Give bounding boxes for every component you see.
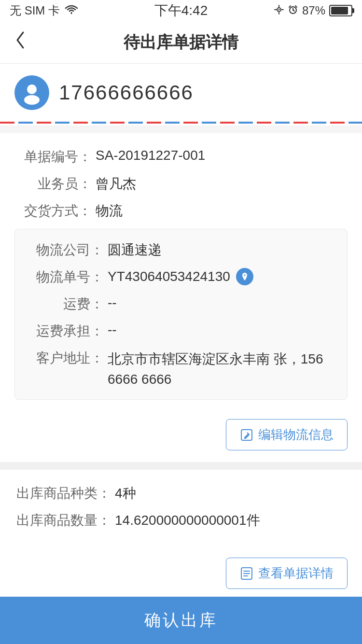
avatar xyxy=(14,75,49,110)
view-detail-label: 查看单据详情 xyxy=(258,565,334,582)
address-value: 北京市市辖区海淀区永丰南 张，156 6666 6666 xyxy=(104,349,335,390)
wifi-icon xyxy=(65,4,78,17)
salesperson-value: 曾凡杰 xyxy=(92,175,348,193)
freight-row: 运费： -- xyxy=(27,295,335,313)
page-title: 待出库单据详情 xyxy=(124,31,238,54)
edit-btn-row: 编辑物流信息 xyxy=(0,409,362,462)
address-label: 客户地址： xyxy=(27,349,104,367)
svg-point-1 xyxy=(278,9,279,11)
battery-percentage: 87% xyxy=(302,4,325,17)
track-location-button[interactable] xyxy=(236,268,253,285)
freight-label: 运费： xyxy=(27,295,104,313)
section-divider xyxy=(0,462,362,470)
view-detail-button[interactable]: 查看单据详情 xyxy=(226,558,348,589)
status-left: 无 SIM 卡 xyxy=(10,3,78,18)
page-content: 17666666666 单据编号： SA-20191227-001 业务员： 曾… xyxy=(0,64,362,644)
goods-quantity-label: 出库商品数量： xyxy=(14,511,111,530)
delivery-value: 物流 xyxy=(92,202,348,220)
battery-icon xyxy=(329,5,352,16)
goods-types-value: 4种 xyxy=(111,484,136,503)
logistics-card: 物流公司： 圆通速递 物流单号： YT43064053424130 运费： -- xyxy=(14,229,348,400)
svg-point-3 xyxy=(27,84,37,94)
logistics-tracking-row: 物流单号： YT43064053424130 xyxy=(27,268,335,286)
confirm-btn-text: 确认出库 xyxy=(144,611,218,629)
user-phone: 17666666666 xyxy=(59,81,194,104)
logistics-company-row: 物流公司： 圆通速递 xyxy=(27,241,335,259)
goods-section: 出库商品种类： 4种 出库商品数量： 14.620000000000001件 xyxy=(0,470,362,548)
status-bar: 无 SIM 卡 下午4:42 87 xyxy=(0,0,362,21)
status-right: 87% xyxy=(274,4,352,17)
freight-bearer-label: 运费承担： xyxy=(27,322,104,340)
goods-types-label: 出库商品种类： xyxy=(14,484,111,503)
status-time: 下午4:42 xyxy=(154,1,208,20)
carrier-text: 无 SIM 卡 xyxy=(10,3,60,18)
back-button[interactable] xyxy=(14,30,26,54)
dashed-divider xyxy=(0,122,362,126)
nav-bar: 待出库单据详情 xyxy=(0,21,362,64)
alarm-icon xyxy=(288,4,298,17)
tracking-number: YT43064053424130 xyxy=(108,269,230,284)
document-info-section: 单据编号： SA-20191227-001 业务员： 曾凡杰 交货方式： 物流 … xyxy=(0,133,362,409)
address-row: 客户地址： 北京市市辖区海淀区永丰南 张，156 6666 6666 xyxy=(27,349,335,390)
logistics-tracking-label: 物流单号： xyxy=(27,268,104,286)
document-number-label: 单据编号： xyxy=(14,148,92,166)
freight-bearer-value: -- xyxy=(104,322,335,337)
logistics-company-label: 物流公司： xyxy=(27,241,104,259)
edit-logistics-button[interactable]: 编辑物流信息 xyxy=(226,419,348,450)
document-number-row: 单据编号： SA-20191227-001 xyxy=(14,148,348,166)
battery-fill xyxy=(331,7,348,14)
salesperson-row: 业务员： 曾凡杰 xyxy=(14,175,348,193)
user-header: 17666666666 xyxy=(0,64,362,122)
delivery-row: 交货方式： 物流 xyxy=(14,202,348,220)
salesperson-label: 业务员： xyxy=(14,175,92,193)
freight-bearer-row: 运费承担： -- xyxy=(27,322,335,340)
edit-logistics-label: 编辑物流信息 xyxy=(258,426,334,443)
freight-value: -- xyxy=(104,295,335,310)
location-service-icon xyxy=(274,4,284,17)
logistics-tracking-value: YT43064053424130 xyxy=(104,268,335,285)
delivery-label: 交货方式： xyxy=(14,202,92,220)
svg-point-4 xyxy=(24,95,40,105)
goods-quantity-row: 出库商品数量： 14.620000000000001件 xyxy=(14,511,348,530)
view-detail-row: 查看单据详情 xyxy=(0,548,362,601)
goods-types-row: 出库商品种类： 4种 xyxy=(14,484,348,503)
confirm-btn-area[interactable]: 确认出库 xyxy=(0,597,362,644)
logistics-company-value: 圆通速递 xyxy=(104,241,335,259)
document-number-value: SA-20191227-001 xyxy=(92,148,348,163)
goods-quantity-value: 14.620000000000001件 xyxy=(111,511,260,530)
